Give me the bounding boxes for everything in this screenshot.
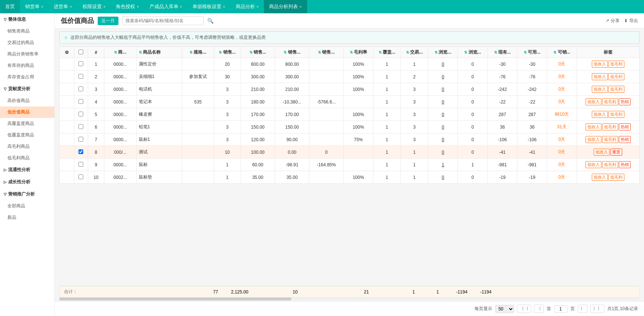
row-checkbox[interactable] [78,124,83,129]
browse1-link[interactable]: 0 [442,175,444,180]
nav-purchase[interactable]: 进货单 × [48,0,77,13]
cell-browse1[interactable]: 0 [428,171,458,184]
sidebar-item-high-margin[interactable]: 高毛利商品 [0,141,54,152]
cell-browse1[interactable]: 1 [428,159,458,171]
nav-purchase-close[interactable]: × [70,4,72,9]
col-trade[interactable]: ⇅ 交易... [401,47,428,58]
col-sale2[interactable]: ⇅ 销售... [275,47,309,58]
row-checkbox[interactable] [78,61,83,66]
cell-check[interactable] [74,159,88,171]
sidebar-item-low-margin[interactable]: 低毛利商品 [0,152,54,164]
sidebar-item-sales-goods[interactable]: 销售类商品 [0,26,54,37]
col-sellable[interactable]: ⇅ 可销... [547,47,577,58]
sidebar-group-contribution[interactable]: ▽ 贡献度分析 [0,83,54,95]
cell-browse1[interactable]: 0 [428,133,458,146]
table-wrapper[interactable]: ⚙ # ⇅ 商... ⇅ 商品名称 ⇅ 规格... ⇅ [55,47,644,286]
sidebar-item-traded-goods[interactable]: 交易过的商品 [0,37,54,48]
sidebar-item-low-value[interactable]: 低价值商品 [0,106,54,118]
row-checkbox[interactable] [78,99,83,104]
cell-check[interactable] [74,108,88,121]
sidebar-item-stock-goods[interactable]: 有库存的商品 [0,60,54,71]
next-page-button[interactable]: 〉 [578,305,587,313]
row-checkbox[interactable] [78,162,83,167]
prev-page-button[interactable]: 〈 [534,305,544,313]
sidebar-group-circulation[interactable]: ▷ 流通性分析 [0,164,54,176]
nav-permission-close[interactable]: × [103,4,105,9]
nav-goods-analysis[interactable]: 商品分析 × [231,0,264,13]
col-sale-qty[interactable]: ⇅ 销售... [214,47,241,58]
nav-product-inbound-close[interactable]: × [180,4,182,9]
col-cov[interactable]: ⇅ 覆盖... [373,47,400,58]
sidebar-group-overall[interactable]: ▽ 整体信息 [0,13,54,26]
nav-goods-list[interactable]: 商品分析列表 × [264,0,307,13]
col-sale-amt[interactable]: ⇅ 销售... [241,47,275,58]
nav-template-close[interactable]: × [223,4,225,9]
col-sale3[interactable]: ⇅ 销售... [309,47,343,58]
browse1-link[interactable]: 0 [442,99,444,105]
col-avail[interactable]: ⇅ 可用... [517,47,547,58]
col-gross[interactable]: ⇅ 毛利率 [343,47,373,58]
sidebar-item-all-goods[interactable]: 全部商品 [0,200,54,212]
cell-check[interactable] [74,71,88,83]
browse1-link[interactable]: 0 [442,112,444,117]
select-all-checkbox[interactable] [78,50,83,54]
filter-button[interactable]: 近一月 [98,17,118,25]
first-page-button[interactable]: 〈〈 [517,305,531,313]
page-input[interactable] [554,305,567,313]
cell-browse1[interactable]: 0 [428,83,458,96]
cell-browse1[interactable]: 0 [428,96,458,108]
cell-browse1[interactable]: 0 [428,71,458,83]
browse1-link[interactable]: 0 [442,62,444,67]
sidebar-item-new-goods[interactable]: 新品 [0,212,54,223]
cell-check[interactable] [74,121,88,133]
nav-home[interactable]: 首页 [0,0,20,13]
row-checkbox[interactable] [78,74,83,79]
sidebar-group-marketing[interactable]: ▽ 营销推广分析 [0,188,54,200]
col-check[interactable] [74,47,88,58]
sidebar-item-category-rate[interactable]: 商品分类销售率 [0,48,54,60]
row-checkbox[interactable] [78,137,83,142]
horizontal-scrollbar[interactable] [59,298,640,300]
search-input[interactable] [122,16,204,25]
col-browse2[interactable]: ⇅ 浏览... [458,47,487,58]
cell-check[interactable] [74,58,88,71]
cell-browse1[interactable]: 0 [428,121,458,133]
cell-check[interactable] [74,133,88,146]
browse1-link[interactable]: 0 [442,87,444,92]
nav-goods-list-close[interactable]: × [299,4,302,9]
cell-check[interactable] [74,96,88,108]
scrollbar-thumb[interactable] [59,298,291,300]
sidebar-item-high-value[interactable]: 高价值商品 [0,95,54,106]
cell-browse1[interactable]: 0 [428,58,458,71]
share-button[interactable]: ↗ 分享 [606,18,620,24]
cell-browse1[interactable]: 0 [428,108,458,121]
per-page-select[interactable]: 50 100 200 [495,305,514,313]
sidebar-item-low-coverage[interactable]: 低覆盖度商品 [0,129,54,141]
col-stock[interactable]: ⇅ 现有... [487,47,517,58]
cell-check[interactable] [74,171,88,184]
cell-browse1[interactable]: 0 [428,146,458,159]
search-icon-button[interactable]: 🔍 [207,18,214,24]
browse1-link[interactable]: 0 [442,125,444,130]
last-page-button[interactable]: 〉〉 [590,305,604,313]
browse1-link[interactable]: 0 [442,150,444,155]
browse1-link[interactable]: 0 [442,74,444,79]
nav-product-inbound[interactable]: 产成品入库单 × [144,0,187,13]
col-code[interactable]: ⇅ 商... [104,47,136,58]
row-checkbox[interactable] [78,112,83,116]
nav-role-close[interactable]: × [137,4,139,9]
nav-role[interactable]: 角色授权 × [111,0,144,13]
sidebar-group-growth[interactable]: ▷ 成长性分析 [0,176,54,188]
browse1-link[interactable]: 0 [442,137,444,142]
cell-check[interactable] [74,83,88,96]
sidebar-item-stock-fund[interactable]: 库存资金占用 [0,71,54,83]
nav-permission[interactable]: 权限设置 × [77,0,111,13]
sidebar-item-high-coverage[interactable]: 高覆盖度商品 [0,118,54,129]
nav-goods-analysis-close[interactable]: × [256,4,259,9]
cell-check[interactable] [74,146,88,159]
row-checkbox[interactable] [78,174,83,179]
col-browse1[interactable]: ⇅ 浏览... [428,47,458,58]
row-checkbox[interactable] [78,149,83,154]
col-name[interactable]: ⇅ 商品名称 [136,47,182,58]
nav-template[interactable]: 单据模板设置 × [187,0,230,13]
